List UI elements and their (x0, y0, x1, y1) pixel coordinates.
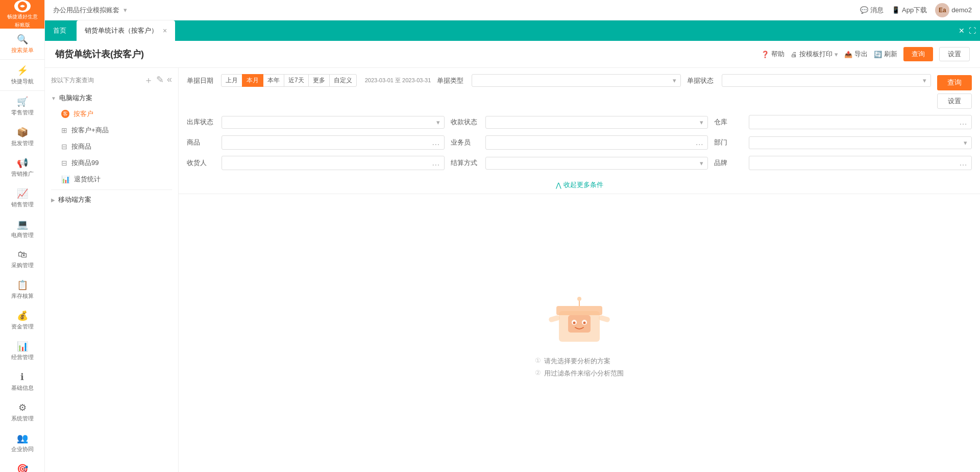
management-icon: 📊 (17, 341, 28, 352)
type-select[interactable]: ▾ (472, 74, 681, 87)
dept-select[interactable]: ▾ (749, 136, 972, 149)
query-btn[interactable]: 查询 (937, 75, 972, 90)
avatar: Ea (935, 3, 949, 17)
collapse-btn[interactable]: ⋀ 收起更多条件 (187, 176, 972, 194)
staff-select[interactable]: … (485, 135, 708, 150)
hint-num-2: ② (535, 369, 541, 376)
date-btn-this-month[interactable]: 本月 (242, 74, 263, 87)
marketing-icon: 📢 (17, 157, 28, 169)
brand-label: 品牌 (714, 158, 745, 168)
tab-close-icon[interactable]: × (163, 27, 167, 35)
work-area: 按以下方案查询 ＋ ✎ « ▼ 电脑端方案 客 (45, 68, 980, 472)
wholesale-icon: 📦 (17, 127, 28, 138)
out-status-select[interactable]: ▾ (222, 116, 445, 129)
warehouse-dots[interactable]: … (959, 117, 967, 127)
app-logo[interactable]: 畅捷通好生意 标账版 (0, 0, 45, 29)
tab-home[interactable]: 首页 (45, 20, 75, 41)
desktop-group-label: 电脑端方案 (59, 93, 92, 103)
scheme-item-by-customer[interactable]: 客 按客户 (45, 106, 178, 122)
receiver-label: 收货人 (187, 158, 217, 168)
query-button[interactable]: 查询 (903, 47, 933, 61)
sidebar-item-finance[interactable]: 💰 资金管理 (0, 305, 44, 336)
template-print-btn[interactable]: 🖨 按模板打印 ▾ (791, 50, 838, 59)
scheme-item-by-product99[interactable]: ⊟ 按商品99 (45, 155, 178, 171)
sidebar-item-purchase-label: 采购管理 (11, 262, 34, 269)
sidebar-item-retail[interactable]: 🛒 零售管理 (0, 91, 44, 122)
sidebar-item-wholesale-label: 批发管理 (11, 139, 34, 147)
status-select[interactable]: ▾ (722, 74, 931, 87)
brand-dots[interactable]: … (959, 158, 967, 168)
setting-button[interactable]: 设置 (939, 47, 970, 61)
collapse-panel-icon[interactable]: « (167, 74, 172, 86)
sidebar-item-basic[interactable]: ℹ 基础信息 (0, 366, 44, 397)
page-actions: ❓ 帮助 🖨 按模板打印 ▾ 📤 导出 🔄 刷新 查询 设置 (761, 47, 970, 61)
sidebar-item-search[interactable]: 🔍 搜索菜单 (0, 29, 44, 60)
add-scheme-icon[interactable]: ＋ (144, 74, 153, 86)
setting-btn[interactable]: 设置 (937, 93, 972, 109)
refresh-btn[interactable]: 🔄 刷新 (874, 50, 897, 59)
date-btn-custom[interactable]: 自定义 (329, 74, 357, 87)
dept-label: 部门 (714, 138, 745, 147)
retail-icon: 🛒 (17, 96, 28, 107)
topbar-left: 办公用品行业模拟账套 ▾ (53, 6, 127, 15)
sidebar-item-basic-label: 基础信息 (11, 384, 34, 392)
inventory-icon: 📋 (17, 279, 28, 291)
warehouse-label: 仓库 (714, 117, 745, 127)
sidebar-item-collab[interactable]: 👥 企业协同 (0, 428, 44, 458)
app-download-label: App下载 (902, 6, 927, 15)
tab-close-window-icon[interactable]: ✕ (959, 27, 965, 35)
message-btn[interactable]: 💬 消息 (860, 6, 884, 15)
hint-text-2: 用过滤条件来缩小分析范围 (544, 369, 624, 378)
tab-maximize-icon[interactable]: ⛶ (969, 27, 976, 35)
sidebar-item-purchase[interactable]: 🛍 采购管理 (0, 244, 44, 274)
warehouse-select[interactable]: … (749, 115, 972, 129)
receiver-dots[interactable]: … (432, 158, 440, 168)
sidebar-item-sales[interactable]: 📈 销售管理 (0, 183, 44, 214)
sidebar-item-wholesale[interactable]: 📦 批发管理 (0, 122, 44, 152)
app-download-btn[interactable]: 📱 App下载 (892, 6, 927, 15)
sidebar-item-management[interactable]: 📊 经营管理 (0, 336, 44, 366)
staff-dots[interactable]: … (695, 138, 703, 147)
status-label: 单据状态 (687, 76, 718, 85)
sidebar-item-inventory[interactable]: 📋 库存核算 (0, 274, 44, 305)
sidebar-item-marketing[interactable]: 📢 营销推广 (0, 152, 44, 183)
tab-sales-stat[interactable]: 销货单统计表（按客户） × (77, 20, 175, 41)
export-btn[interactable]: 📤 导出 (844, 50, 868, 59)
sidebar-item-ecommerce-label: 电商管理 (11, 231, 34, 239)
desktop-group-header[interactable]: ▼ 电脑端方案 (45, 90, 178, 106)
edit-scheme-icon[interactable]: ✎ (156, 74, 164, 86)
date-buttons: 上月 本月 本年 近7天 更多 自定义 (222, 74, 357, 87)
hint-text-1: 请先选择要分析的方案 (544, 357, 610, 366)
receipt-status-select[interactable]: ▾ (485, 116, 708, 129)
date-btn-last-month[interactable]: 上月 (221, 74, 242, 87)
product-dots[interactable]: … (432, 138, 440, 147)
sidebar-item-system[interactable]: ⚙ 系统管理 (0, 397, 44, 428)
mobile-group-header[interactable]: ▶ 移动端方案 (45, 192, 178, 207)
sidebar-item-quicknav[interactable]: ⚡ 快捷导航 (0, 60, 44, 91)
scheme-item-by-customer-label: 按客户 (74, 109, 93, 119)
date-btn-more[interactable]: 更多 (308, 74, 330, 87)
export-label: 导出 (854, 50, 868, 59)
quicknav-icon: ⚡ (17, 65, 28, 76)
collapse-label: 收起更多条件 (564, 180, 603, 190)
main-area: 办公用品行业模拟账套 ▾ 💬 消息 📱 App下载 Ea demo2 首页 (45, 0, 980, 472)
app-sub: 标账版 (15, 21, 30, 29)
industry-chevron[interactable]: ▾ (124, 6, 127, 14)
help-btn[interactable]: ❓ 帮助 (761, 50, 785, 59)
product-select[interactable]: … (222, 135, 445, 150)
brand-select[interactable]: … (749, 156, 972, 170)
sidebar-nav: 🔍 搜索菜单 ⚡ 快捷导航 🛒 零售管理 📦 批发管理 📢 营销推广 📈 销售管… (0, 29, 44, 472)
user-profile[interactable]: Ea demo2 (935, 3, 972, 17)
date-btn-this-year[interactable]: 本年 (263, 74, 284, 87)
date-btn-last7[interactable]: 近7天 (284, 74, 309, 87)
page-header: 销货单统计表(按客户) ❓ 帮助 🖨 按模板打印 ▾ 📤 导出 🔄 刷新 (45, 41, 980, 68)
scheme-item-return-stat[interactable]: 📊 退货统计 (45, 171, 178, 187)
payment-select[interactable]: ▾ (485, 157, 708, 170)
receiver-select[interactable]: … (222, 156, 445, 170)
sidebar-item-guide[interactable]: 🎯 新手引导 (0, 458, 44, 472)
svg-rect-3 (568, 315, 591, 333)
sidebar-item-ecommerce[interactable]: 💻 电商管理 (0, 214, 44, 244)
scheme-item-by-customer-product[interactable]: ⊞ 按客户+商品 (45, 122, 178, 138)
receipt-status-chevron: ▾ (700, 119, 703, 126)
scheme-item-by-product[interactable]: ⊟ 按商品 (45, 138, 178, 155)
